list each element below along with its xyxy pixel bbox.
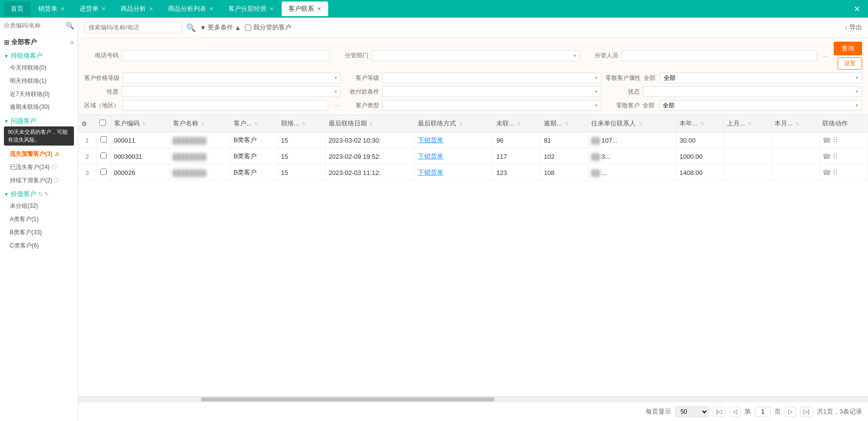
last-page-button[interactable]: ▷| [800,407,813,417]
th-name[interactable]: 客户名称 ⇅ [169,115,230,132]
scrollbar-thumb[interactable] [201,397,495,401]
first-page-button[interactable]: |◁ [713,407,725,417]
customer-level-select[interactable] [382,73,602,83]
my-customers-filter[interactable]: 我分管的客户 [245,23,291,32]
action-buttons: 查询 设置 [834,42,862,70]
manager-input[interactable] [621,50,817,61]
sidebar-item-tomorrow[interactable]: 明天待联络(1) [0,74,78,88]
sidebar-item-declining[interactable]: 持续下滑客户(2) ⓘ [0,174,78,187]
next-page-button[interactable]: ▷ [785,407,796,417]
edit-icon[interactable]: ✎ [44,191,49,198]
more-icon[interactable]: ⠿ [833,169,838,176]
sidebar-item-class-b[interactable]: B类客户(33) [0,226,78,239]
row-checkbox-cell [96,149,111,165]
th-this-month[interactable]: 本月... ⇅ [772,115,819,132]
select-all-checkbox[interactable] [99,120,106,126]
row-checkbox[interactable] [100,136,107,143]
filter-search-input[interactable] [84,22,182,33]
page-number-input[interactable] [755,407,771,417]
close-icon[interactable]: ✕ [317,6,321,12]
close-all-tabs-button[interactable]: ✕ [850,2,864,16]
settings-button[interactable]: 设置 [838,57,862,70]
nav-product-analysis-list[interactable]: 商品分析列表 ✕ [161,1,220,16]
collapse-icon[interactable]: « [70,38,74,46]
nav-customer-contact[interactable]: 客户联系 ✕ [282,1,328,16]
sidebar-all-customers[interactable]: ⊞ 全部客户 « [0,34,78,49]
filter-search-button[interactable]: 🔍 [186,23,196,32]
info-icon: ⓘ [51,164,57,170]
close-icon[interactable]: ✕ [60,6,65,12]
refresh-icon[interactable]: ↻ [38,191,43,198]
th-last-month[interactable]: 上月... ⇅ [724,115,772,132]
th-uncontacted[interactable]: 未联... ⇅ [493,115,541,132]
more-conditions-button[interactable]: ▼ 更多条件 ▲ [200,23,241,32]
sidebar-search-area: 🔍 [0,18,78,34]
sidebar-item-ungroup[interactable]: 未分组(32) [0,199,78,213]
sidebar-section-value[interactable]: ▼ 价值客户 ↻ ✎ [0,187,78,199]
close-icon[interactable]: ✕ [209,6,214,12]
sort-icon: ⇅ [796,122,799,126]
sidebar-item-churned[interactable]: 已流失客户(24) ⓘ [0,161,78,174]
contact-method-link[interactable]: 下销货单 [418,169,443,176]
nav-customer-segment[interactable]: 客户分层经营 ✕ [221,1,281,16]
sidebar-item-class-c[interactable]: C类客户(6) [0,239,78,252]
sidebar-item-churn-warning[interactable]: 流失预警客户(3) ⚠ [0,148,78,161]
department-select[interactable] [371,50,580,61]
row-checkbox[interactable] [100,169,107,175]
contact-icon[interactable]: ☎ [822,136,831,144]
more-icon[interactable]: ⠿ [833,136,838,144]
filter-bar: 🔍 ▼ 更多条件 ▲ 我分管的客户 ↑ 导出 [78,18,868,38]
th-last-contact-date[interactable]: 最后联络日期 ⇅ [325,115,414,132]
manager-dots-button[interactable]: ··· [820,52,830,60]
sidebar: 🔍 ⊞ 全部客户 « ▼ 待联络客户 今天待联络(0) 明天待联络(1) 近7天… [0,18,78,421]
retail-attr-select[interactable]: 全部 [660,73,862,83]
th-type[interactable]: 客户... ⇅ [230,115,278,132]
th-unit-contact[interactable]: 往来单位联系人 ⇅ [588,115,676,132]
nav-purchase-order[interactable]: 进货单 ✕ [72,1,113,16]
price-level-select[interactable] [122,73,341,83]
close-icon[interactable]: ✕ [149,6,153,12]
sidebar-search-input[interactable] [4,22,64,29]
th-code[interactable]: 客户编码 ⇅ [111,115,169,132]
more-icon[interactable]: ⠿ [833,152,838,160]
retail-customer-select[interactable]: 全部 [659,100,862,111]
settings-icon[interactable]: ⚙ [81,120,87,127]
nav-product-analysis[interactable]: 商品分析 ✕ [114,1,160,16]
sidebar-item-overdue[interactable]: 逾期未联络(30) [0,100,78,114]
sort-icon: ⇅ [142,122,146,126]
close-icon[interactable]: ✕ [101,6,106,12]
phone-input[interactable] [121,50,330,61]
sidebar-item-class-a[interactable]: A类客户(1) [0,213,78,226]
region-input[interactable] [122,100,328,111]
sidebar-item-today[interactable]: 今天待联络(0) [0,61,78,74]
contact-method-link[interactable]: 下销货单 [418,152,443,160]
query-button[interactable]: 查询 [834,42,862,55]
per-page-select[interactable]: 50 100 200 [675,406,709,417]
my-customers-checkbox[interactable] [245,25,251,31]
close-icon[interactable]: ✕ [269,6,274,12]
sidebar-section-pending[interactable]: ▼ 待联络客户 [0,49,78,61]
contact-icon[interactable]: ☎ [822,152,831,160]
customer-type-select[interactable] [382,100,602,111]
sidebar-section-problem[interactable]: ▼ 问题客户 [0,114,78,126]
th-last-contact-method[interactable]: 最后联络方式 ⇅ [415,115,493,132]
payment-select[interactable] [382,86,602,97]
gender-select[interactable] [121,86,341,97]
row-last-contact-date: 2023-03-02 10:30: [325,132,414,149]
total-label: 共1页，3条记录 [817,407,862,416]
th-contact-count[interactable]: 联络... ⇅ [278,115,325,132]
nav-home[interactable]: 首页 [4,1,30,16]
status-select[interactable] [643,86,862,97]
nav-sales-order[interactable]: 销货单 ✕ [31,1,72,16]
row-checkbox[interactable] [100,152,107,159]
prev-page-button[interactable]: ◁ [729,407,741,417]
contact-method-link[interactable]: 下销货单 [418,136,443,144]
export-button[interactable]: ↑ 导出 [845,23,863,32]
th-overdue[interactable]: 逾期... ⇅ [541,115,588,132]
horizontal-scrollbar[interactable] [78,396,868,402]
sidebar-item-week[interactable]: 近7天待联络(0) [0,88,78,101]
contact-icon[interactable]: ☎ [822,169,831,176]
region-dots-button[interactable]: ··· [331,101,341,109]
chevron-up-icon: ▲ [235,24,241,31]
th-this-year[interactable]: 本年... ⇅ [676,115,724,132]
